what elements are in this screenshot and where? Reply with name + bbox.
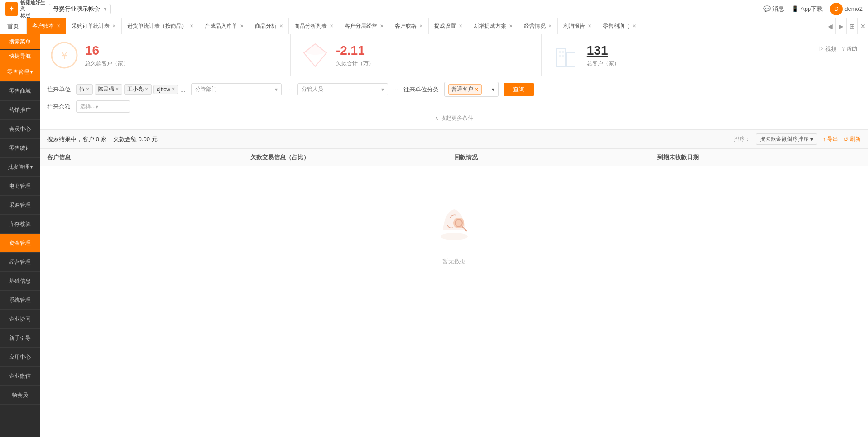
- search-button[interactable]: 查询: [504, 83, 534, 96]
- tab-product-analysis-list[interactable]: 商品分析列表 ✕: [289, 18, 339, 34]
- tab-achievement[interactable]: 新增提成方案 ✕: [468, 18, 518, 34]
- tab-home[interactable]: 首页: [0, 18, 27, 34]
- tab-customer-contact[interactable]: 客户联络 ✕: [389, 18, 429, 34]
- refresh-button[interactable]: ↺ 刷新: [844, 135, 861, 143]
- table-header: 客户信息 欠款交易信息（占比） 回款情况 到期未收款日期: [40, 149, 868, 166]
- export-button[interactable]: ↑ 导出: [823, 135, 838, 143]
- sidebar-item-enterprise[interactable]: 企业协同: [0, 310, 40, 329]
- message-icon: 💬: [763, 5, 771, 12]
- stat-info-debt: -2.11 欠款合计（万）: [336, 43, 374, 68]
- content-area: ¥ 16 总欠款客户（家） -2.11 欠款合计（万: [40, 34, 868, 437]
- remove-tag-2[interactable]: ✕: [144, 86, 149, 92]
- tab-purchase-orders[interactable]: 采购订单统计表 ✕: [66, 18, 122, 34]
- nav-expand-button[interactable]: ⊞: [846, 18, 857, 34]
- close-tab-promotion[interactable]: ✕: [459, 24, 462, 28]
- filter-more-button[interactable]: ...: [180, 86, 186, 93]
- balance-select[interactable]: 选择... ▾: [76, 100, 130, 113]
- sort-select[interactable]: 按欠款金额倒序排序 ▾: [756, 133, 817, 145]
- diamond-icon: [302, 42, 329, 69]
- sidebar-item-retail-mall[interactable]: 零售商城: [0, 82, 40, 101]
- close-tab-operations[interactable]: ✕: [548, 24, 552, 28]
- main-layout: 搜索菜单 快捷导航 零售管理 ▾ 零售商城 营销推广 会员中心 零售统计 批发管…: [0, 34, 868, 437]
- sidebar-item-app-center[interactable]: 应用中心: [0, 348, 40, 367]
- sidebar-item-purchase[interactable]: 采购管理: [0, 196, 40, 215]
- remove-tag-0[interactable]: ✕: [86, 86, 90, 92]
- close-tab-analysis-list[interactable]: ✕: [330, 24, 333, 28]
- sidebar-item-basic-info[interactable]: 基础信息: [0, 272, 40, 291]
- nav-next-button[interactable]: ▶: [835, 18, 846, 34]
- filter-tag-1: 陈民强 ✕: [95, 84, 122, 95]
- remove-tag-3[interactable]: ✕: [171, 86, 175, 92]
- sidebar-item-inventory[interactable]: 库存核算: [0, 215, 40, 234]
- tab-product-inbound[interactable]: 产成品入库单 ✕: [199, 18, 249, 34]
- nav-close-all-button[interactable]: ✕: [857, 18, 868, 34]
- dept-clear-icon[interactable]: ···: [287, 86, 292, 93]
- col-header-customer: 客户信息: [47, 153, 250, 162]
- collapse-button[interactable]: ∧ 收起更多条件: [47, 113, 861, 124]
- filter-tag-0: 伍 ✕: [76, 84, 93, 95]
- tab-promotion[interactable]: 提成设置 ✕: [429, 18, 468, 34]
- sidebar-item-vip-member[interactable]: 畅会员: [0, 386, 40, 405]
- sidebar-search[interactable]: 搜索菜单: [0, 34, 40, 49]
- chevron-down-icon: ▾: [104, 5, 107, 12]
- stat-card-customers: ¥ 16 总欠款客户（家）: [40, 34, 291, 76]
- close-tab-customers[interactable]: ✕: [57, 24, 60, 28]
- video-button[interactable]: ▷ 视频: [819, 45, 836, 53]
- remove-classify-tag[interactable]: ✕: [474, 86, 479, 93]
- sidebar-item-ecommerce[interactable]: 电商管理: [0, 177, 40, 196]
- close-tab-purchase[interactable]: ✕: [112, 24, 116, 28]
- dept-select[interactable]: 分管部门 ▾: [191, 83, 282, 95]
- tab-inbound-stats[interactable]: 进货单统计表（按商品） ✕: [122, 18, 199, 34]
- user-menu[interactable]: D demo2: [830, 3, 863, 15]
- stat-info-total: 131 总客户（家）: [587, 43, 619, 68]
- close-tab-profit[interactable]: ✕: [588, 24, 591, 28]
- svg-rect-7: [562, 51, 564, 53]
- nav-arrows: ◀ ▶ ⊞ ✕: [825, 18, 868, 34]
- sidebar-item-marketing[interactable]: 营销推广: [0, 101, 40, 120]
- tab-product-analysis[interactable]: 商品分析 ✕: [249, 18, 289, 34]
- person-clear-icon[interactable]: ···: [393, 86, 398, 93]
- close-tab-achievement[interactable]: ✕: [509, 24, 513, 28]
- chevron-down-icon: ▾: [30, 70, 33, 75]
- close-tab-analysis[interactable]: ✕: [279, 24, 283, 28]
- classify-select[interactable]: 普通客户 ✕ ▾: [444, 82, 499, 97]
- tab-retail-profit[interactable]: 零售利润（ ✕: [597, 18, 642, 34]
- stat-card-total: 131 总客户（家） ▷ 视频 ? 帮助: [542, 34, 868, 76]
- sidebar-item-retail[interactable]: 零售管理 ▾: [0, 63, 40, 82]
- empty-icon: [434, 203, 475, 252]
- svg-rect-6: [559, 51, 561, 53]
- sidebar-item-retail-stats[interactable]: 零售统计: [0, 139, 40, 158]
- messages-button[interactable]: 💬 消息: [763, 5, 784, 13]
- sidebar-item-members[interactable]: 会员中心: [0, 120, 40, 139]
- sidebar-quick-nav[interactable]: 快捷导航: [0, 50, 40, 63]
- tab-profit-report[interactable]: 利润报告 ✕: [558, 18, 597, 34]
- app-download-button[interactable]: 📱 App下载: [791, 5, 823, 13]
- sidebar-item-wholesale[interactable]: 批发管理 ▾: [0, 158, 40, 177]
- close-tab-product-inbound[interactable]: ✕: [240, 24, 244, 28]
- store-selector[interactable]: 母婴行业演示帐套 ▾: [49, 4, 111, 14]
- empty-text: 暂无数据: [442, 257, 466, 266]
- tab-operations[interactable]: 经营情况 ✕: [518, 18, 558, 34]
- sidebar-item-enterprise-wx[interactable]: 企业微信: [0, 367, 40, 386]
- close-tab-segment[interactable]: ✕: [380, 24, 384, 28]
- sidebar-item-operations[interactable]: 经营管理: [0, 253, 40, 272]
- close-tab-inbound[interactable]: ✕: [190, 24, 193, 28]
- nav-prev-button[interactable]: ◀: [825, 18, 835, 34]
- close-tab-retail[interactable]: ✕: [633, 24, 636, 28]
- empty-state: 暂无数据: [40, 166, 868, 302]
- sidebar-item-finance[interactable]: 资金管理: [0, 234, 40, 253]
- remove-tag-1[interactable]: ✕: [115, 86, 119, 92]
- tab-customers[interactable]: 客户账本 ✕: [27, 18, 66, 34]
- table-area: 客户信息 欠款交易信息（占比） 回款情况 到期未收款日期: [40, 149, 868, 437]
- results-bar: 搜索结果中，客户 0 家 欠款金额 0.00 元 排序： 按欠款金额倒序排序 ▾…: [40, 130, 868, 149]
- close-tab-contact[interactable]: ✕: [419, 24, 423, 28]
- stat-value-customers: 16: [85, 43, 129, 58]
- unit-label: 往来单位: [47, 86, 71, 94]
- stat-label-customers: 总欠款客户（家）: [85, 60, 129, 67]
- sidebar-item-system[interactable]: 系统管理: [0, 291, 40, 310]
- sidebar-item-guide[interactable]: 新手引导: [0, 329, 40, 348]
- person-select[interactable]: 分管人员 ▾: [297, 83, 388, 95]
- help-button[interactable]: ? 帮助: [842, 45, 857, 53]
- chevron-up-icon: ∧: [435, 115, 439, 122]
- tab-customer-segment[interactable]: 客户分层经营 ✕: [339, 18, 389, 34]
